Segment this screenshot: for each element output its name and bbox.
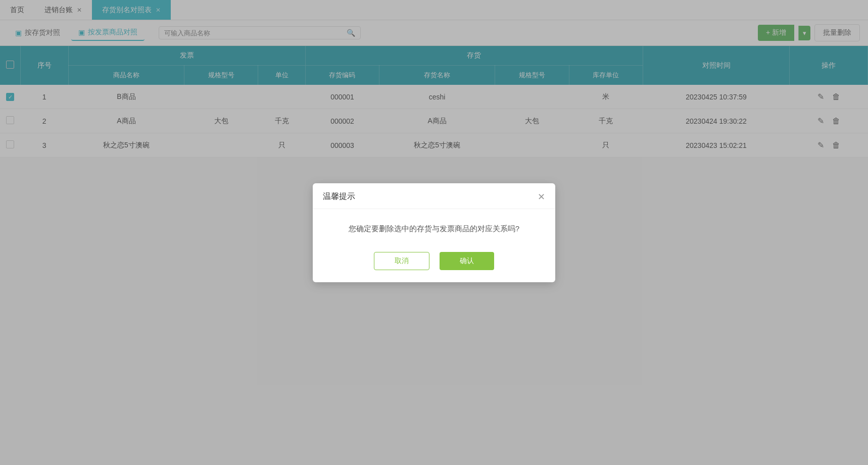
modal-overlay: 温馨提示 ✕ 您确定要删除选中的存货与发票商品的对应关系吗? 取消 确认 — [0, 0, 868, 158]
